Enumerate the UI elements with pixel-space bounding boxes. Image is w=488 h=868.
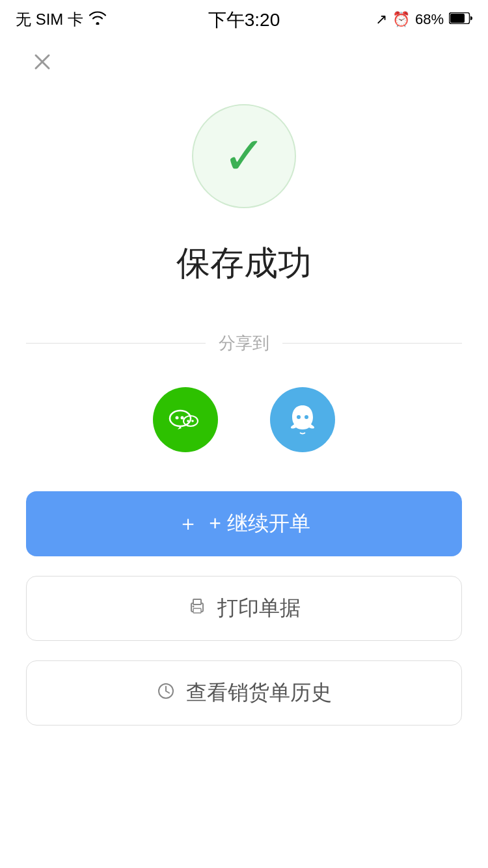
battery-text: 68% [415,11,444,28]
status-right: ↗ ⏰ 68% [375,11,472,28]
svg-point-8 [187,420,189,422]
status-time: 下午3:20 [208,8,280,33]
success-title: 保存成功 [176,241,312,286]
svg-point-5 [176,416,179,420]
continue-order-label: + 继续开单 [209,509,310,538]
status-bar: 无 SIM 卡 下午3:20 ↗ ⏰ 68% [0,0,488,39]
checkmark-icon: ✓ [223,130,266,182]
no-sim-text: 无 SIM 卡 [16,9,83,30]
wechat-share-button[interactable] [153,387,218,452]
close-button[interactable] [26,46,59,78]
svg-point-9 [191,420,194,422]
continue-order-button[interactable]: ＋ + 继续开单 [26,491,462,556]
svg-point-15 [193,605,195,607]
svg-point-10 [297,415,301,419]
main-content: ✓ 保存成功 分享到 [0,39,488,726]
alarm-icon: ⏰ [392,11,410,28]
history-icon [156,681,176,705]
svg-point-4 [170,411,191,426]
qq-share-button[interactable] [270,387,335,452]
wifi-icon [88,10,107,29]
action-buttons: ＋ + 继续开单 打印单据 查看销货单历史 [0,491,488,726]
svg-rect-1 [450,14,465,23]
share-label: 分享到 [206,332,282,355]
status-left: 无 SIM 卡 [16,9,107,30]
svg-point-6 [181,416,184,420]
share-section: 分享到 [0,332,488,452]
share-divider: 分享到 [0,332,488,355]
success-circle: ✓ [192,104,296,208]
svg-point-11 [305,415,308,419]
history-label: 查看销货单历史 [186,679,332,707]
svg-rect-13 [193,599,201,604]
share-icons [153,387,335,452]
battery-icon [449,11,472,28]
divider-left [26,343,206,344]
print-icon [187,597,207,621]
print-label: 打印单据 [217,594,301,623]
plus-icon: ＋ [178,509,198,538]
print-button[interactable]: 打印单据 [26,576,462,641]
svg-rect-14 [193,608,201,613]
history-button[interactable]: 查看销货单历史 [26,660,462,726]
location-icon: ↗ [375,11,387,28]
divider-right [282,343,462,344]
